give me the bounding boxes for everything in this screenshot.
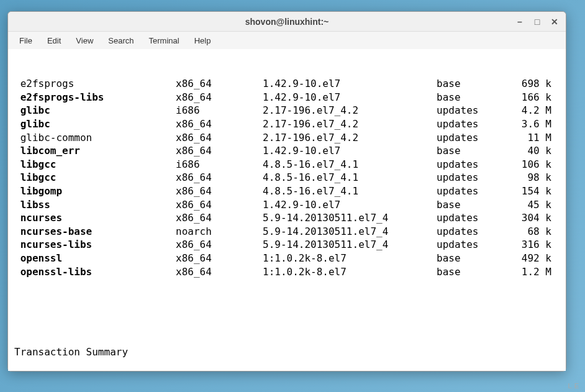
pkg-arch: i686 <box>176 158 263 171</box>
pkg-size: 68 k <box>508 225 551 239</box>
package-row: e2fsprogsx86_641.42.9-10.el7base698 k <box>14 77 560 91</box>
pkg-name: libgcc <box>14 158 176 171</box>
desktop-status: LE <box>568 382 581 390</box>
pkg-repo: updates <box>437 238 508 252</box>
pkg-size: 4.2 M <box>508 104 551 117</box>
package-row: ncurses-libsx86_645.9-14.20130511.el7_4u… <box>14 238 560 252</box>
pkg-version: 1.42.9-10.el7 <box>263 144 437 158</box>
pkg-arch: x86_64 <box>176 144 263 158</box>
terminal-output[interactable]: e2fsprogsx86_641.42.9-10.el7base698 k e2… <box>8 49 566 371</box>
package-row: glibci6862.17-196.el7_4.2updates4.2 M <box>14 104 560 117</box>
pkg-size: 316 k <box>508 238 551 252</box>
pkg-version: 2.17-196.el7_4.2 <box>263 131 437 145</box>
menu-view[interactable]: View <box>70 34 99 47</box>
package-row: opensslx86_641:1.0.2k-8.el7base492 k <box>14 252 560 265</box>
window-controls: – □ ✕ <box>514 16 561 28</box>
pkg-version: 4.8.5-16.el7_4.1 <box>263 171 437 185</box>
window-title: shovon@linuxhint:~ <box>245 17 329 27</box>
pkg-arch: x86_64 <box>176 265 263 279</box>
menu-help[interactable]: Help <box>188 34 217 47</box>
pkg-size: 98 k <box>508 171 551 185</box>
pkg-size: 698 k <box>508 77 551 91</box>
pkg-arch: noarch <box>176 225 263 239</box>
package-row: e2fsprogs-libsx86_641.42.9-10.el7base166… <box>14 91 560 104</box>
package-row: openssl-libsx86_641:1.0.2k-8.el7base1.2 … <box>14 265 560 279</box>
pkg-size: 304 k <box>508 211 551 225</box>
package-row: libssx86_641.42.9-10.el7base45 k <box>14 198 560 212</box>
pkg-size: 106 k <box>508 158 551 171</box>
pkg-arch: x86_64 <box>176 117 263 131</box>
menubar: File Edit View Search Terminal Help <box>8 32 566 49</box>
pkg-size: 45 k <box>508 198 551 212</box>
terminal-window: shovon@linuxhint:~ – □ ✕ File Edit View … <box>7 11 566 371</box>
pkg-version: 1.42.9-10.el7 <box>263 77 437 91</box>
pkg-repo: base <box>437 144 508 158</box>
pkg-arch: x86_64 <box>176 77 263 91</box>
package-row: ncurses-basenoarch5.9-14.20130511.el7_4u… <box>14 225 560 239</box>
minimize-button[interactable]: – <box>514 16 526 28</box>
pkg-name: libss <box>14 198 176 212</box>
pkg-repo: base <box>437 252 508 265</box>
menu-file[interactable]: File <box>13 34 39 47</box>
pkg-version: 1.42.9-10.el7 <box>263 198 437 212</box>
pkg-size: 11 M <box>508 131 551 145</box>
pkg-name: e2fsprogs <box>14 77 176 91</box>
package-row: libgccx86_644.8.5-16.el7_4.1updates98 k <box>14 171 560 185</box>
package-list: e2fsprogsx86_641.42.9-10.el7base698 k e2… <box>14 77 560 278</box>
pkg-name: openssl-libs <box>14 265 176 279</box>
pkg-version: 4.8.5-16.el7_4.1 <box>263 158 437 171</box>
pkg-arch: x86_64 <box>176 91 263 104</box>
pkg-repo: base <box>437 91 508 104</box>
pkg-size: 166 k <box>508 91 551 104</box>
pkg-version: 4.8.5-16.el7_4.1 <box>263 185 437 198</box>
package-row: glibcx86_642.17-196.el7_4.2updates3.6 M <box>14 117 560 131</box>
pkg-name: libgomp <box>14 185 176 198</box>
pkg-repo: updates <box>437 225 508 239</box>
pkg-size: 154 k <box>508 185 551 198</box>
pkg-repo: updates <box>437 211 508 225</box>
menu-search[interactable]: Search <box>102 34 140 47</box>
pkg-version: 1.42.9-10.el7 <box>263 91 437 104</box>
package-row: libgcci6864.8.5-16.el7_4.1updates106 k <box>14 158 560 171</box>
pkg-name: ncurses-libs <box>14 238 176 252</box>
pkg-name: glibc <box>14 117 176 131</box>
pkg-name: openssl <box>14 252 176 265</box>
maximize-button[interactable]: □ <box>531 16 543 28</box>
package-row: ncursesx86_645.9-14.20130511.el7_4update… <box>14 211 560 225</box>
pkg-repo: base <box>437 77 508 91</box>
titlebar[interactable]: shovon@linuxhint:~ – □ ✕ <box>8 12 566 32</box>
package-row: glibc-commonx86_642.17-196.el7_4.2update… <box>14 131 560 145</box>
pkg-version: 2.17-196.el7_4.2 <box>263 104 437 117</box>
pkg-version: 5.9-14.20130511.el7_4 <box>263 238 437 252</box>
pkg-arch: i686 <box>176 104 263 117</box>
pkg-arch: x86_64 <box>176 185 263 198</box>
pkg-version: 2.17-196.el7_4.2 <box>263 117 437 131</box>
pkg-arch: x86_64 <box>176 238 263 252</box>
pkg-version: 5.9-14.20130511.el7_4 <box>263 211 437 225</box>
pkg-version: 1:1.0.2k-8.el7 <box>263 252 437 265</box>
pkg-name: glibc-common <box>14 131 176 145</box>
pkg-version: 5.9-14.20130511.el7_4 <box>263 225 437 239</box>
pkg-repo: updates <box>437 117 508 131</box>
pkg-arch: x86_64 <box>176 211 263 225</box>
pkg-arch: x86_64 <box>176 171 263 185</box>
menu-terminal[interactable]: Terminal <box>143 34 186 47</box>
pkg-repo: updates <box>437 158 508 171</box>
pkg-name: glibc <box>14 104 176 117</box>
pkg-repo: updates <box>437 131 508 145</box>
pkg-version: 1:1.0.2k-8.el7 <box>263 265 437 279</box>
menu-edit[interactable]: Edit <box>41 34 67 47</box>
pkg-name: ncurses <box>14 211 176 225</box>
pkg-name: ncurses-base <box>14 225 176 239</box>
pkg-repo: updates <box>437 185 508 198</box>
pkg-arch: x86_64 <box>176 252 263 265</box>
package-row: libgompx86_644.8.5-16.el7_4.1updates154 … <box>14 185 560 198</box>
pkg-arch: x86_64 <box>176 131 263 145</box>
transaction-summary-heading: Transaction Summary <box>14 345 560 359</box>
close-button[interactable]: ✕ <box>548 16 561 28</box>
pkg-repo: updates <box>437 171 508 185</box>
blank-line <box>14 305 560 319</box>
pkg-size: 40 k <box>508 144 551 158</box>
package-row: libcom_errx86_641.42.9-10.el7base40 k <box>14 144 560 158</box>
pkg-name: libcom_err <box>14 144 176 158</box>
